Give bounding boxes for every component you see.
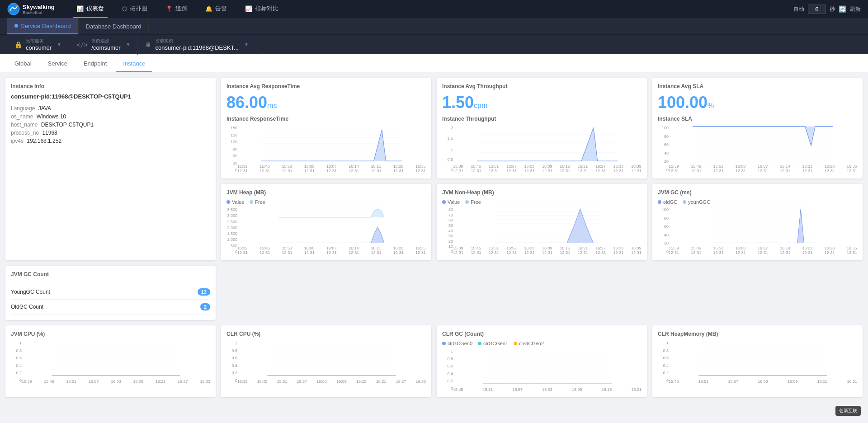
avg-sla-title: Instance Avg SLA xyxy=(658,83,857,89)
clr-heap-svg xyxy=(669,341,857,377)
nav-topology[interactable]: ⬡ 拓扑图 xyxy=(118,0,151,18)
clr-heap-title: CLR HeapMemory (MB) xyxy=(658,331,857,337)
avg-throughput-card: Instance Avg Throughput 1.50cpm Instance… xyxy=(437,78,647,179)
jvm-gc-count-title: JVM GC Count xyxy=(11,271,210,277)
jvm-gc-ms-chart: 100 80 60 40 20 0 15: xyxy=(658,207,857,255)
throughput-chart: 2 1.5 1 0.5 0 15:3912-31 15:4512-31 xyxy=(442,126,642,173)
young-gc-count-row: YoungGC Count 13 xyxy=(11,285,210,300)
avg-throughput-value: 1.50 xyxy=(442,93,474,112)
tab-database-dashboard[interactable]: Database Dashboard xyxy=(79,18,149,34)
clr-gc-x-labels: 15:45 15:51 15:57 16:03 16:09 16:15 16:2… xyxy=(453,387,642,392)
instance-chevron-icon: ▼ xyxy=(244,42,249,47)
throughput-svg xyxy=(453,126,642,162)
clrgen1-dot xyxy=(478,342,481,345)
younggc-legend: younGGC xyxy=(683,199,710,205)
info-language: Language JAVA xyxy=(11,105,210,112)
auto-label: 自动 xyxy=(793,5,804,13)
tab-instance[interactable]: Instance xyxy=(116,56,152,72)
heap-free-dot xyxy=(250,200,253,204)
tab-global[interactable]: Global xyxy=(7,56,39,72)
avg-sla-card: Instance Avg SLA 100.00% Instance SLA 10… xyxy=(652,78,863,179)
clr-cpu-title: CLR CPU (%) xyxy=(226,331,426,337)
clr-cpu-svg xyxy=(237,341,426,377)
instance-info-card: Instance Info consumer-pid:11968@DESKTOP… xyxy=(5,78,216,260)
nav-dashboard[interactable]: 📊 仪表盘 xyxy=(73,0,108,18)
clr-heap-y-labels: 1 0.8 0.6 0.4 0.2 0 xyxy=(658,341,669,384)
refresh-label[interactable]: 刷新 xyxy=(850,5,861,13)
tab-endpoint[interactable]: Endpoint xyxy=(76,56,114,72)
watermark: 创新互联 xyxy=(835,406,861,416)
endpoint-label: 当前端点 xyxy=(91,38,120,44)
nav-right-controls: 自动 6 秒 🔄 刷新 xyxy=(793,5,861,14)
avg-throughput-unit: cpm xyxy=(474,102,487,109)
heap-free-legend: Free xyxy=(250,199,265,205)
info-process-no: process_no 11968 xyxy=(11,130,210,136)
clr-gc-y-labels: 1 0.8 0.6 0.4 0.2 0 xyxy=(442,349,453,392)
response-chart: 180 150 120 90 60 30 0 xyxy=(226,126,426,173)
sla-chart: 100 80 60 40 20 0 15: xyxy=(658,126,857,173)
non-heap-x-labels: 15:3912-31 15:4512-31 15:5112-31 15:5712… xyxy=(453,246,642,255)
app-name: Skywalking xyxy=(23,4,55,10)
avg-sla-unit: % xyxy=(708,102,714,109)
cpu-svg xyxy=(22,341,210,377)
non-heap-svg xyxy=(453,207,642,244)
top-navigation: Skywalking Rocketbot 📊 仪表盘 ⬡ 拓扑图 📍 追踪 🔔 … xyxy=(0,0,868,18)
gc-ms-y-labels: 100 80 60 40 20 0 xyxy=(658,207,669,255)
tab-service-dashboard[interactable]: Service Dashboard xyxy=(7,18,79,34)
selector-bar: 🔒 当前服务 consumer ▼ </> 当前端点 /comsumer ▼ 🖥… xyxy=(0,34,868,54)
page-tab-bar: Global Service Endpoint Instance xyxy=(0,54,868,72)
nav-alert[interactable]: 🔔 告警 xyxy=(202,0,231,18)
younggc-dot xyxy=(683,200,686,204)
jvm-gc-ms-card: JVM GC (ms) oldGC younGGC 100 80 60 40 2… xyxy=(652,184,863,260)
jvm-non-heap-title: JVM Non-Heap (MB) xyxy=(442,189,642,196)
endpoint-selector[interactable]: </> 当前端点 /comsumer ▼ xyxy=(69,35,138,55)
non-heap-value-dot xyxy=(442,200,446,204)
info-ipv4s: ipv4s 192.168.1.252 xyxy=(11,138,210,144)
clr-gc-svg xyxy=(453,349,642,385)
gc-ms-chart-inner: 15:3912-31 15:4612-31 15:5312-31 16:0012… xyxy=(669,207,857,255)
clrgen2-dot xyxy=(514,342,517,345)
service-dash-dot xyxy=(14,24,18,28)
clr-cpu-chart: 1 0.8 0.6 0.4 0.2 0 15:39 xyxy=(226,341,426,384)
service-label: 当前服务 xyxy=(26,38,52,44)
instance-info-title: Instance Info xyxy=(11,83,210,89)
clr-gc-legend: clrGCGen0 clrGCGen1 clrGCGen2 xyxy=(442,341,642,346)
avg-response-value: 86.00 xyxy=(226,93,267,112)
seconds-input[interactable]: 6 xyxy=(808,5,826,14)
avg-sla-value: 100.00 xyxy=(658,93,708,112)
clr-cpu-y-labels: 1 0.8 0.6 0.4 0.2 0 xyxy=(226,341,237,384)
young-gc-label: YoungGC Count xyxy=(11,289,50,295)
non-heap-chart-inner: 15:3912-31 15:4512-31 15:5112-31 15:5712… xyxy=(453,207,642,255)
metrics-icon: 📈 xyxy=(245,5,252,12)
jvm-gc-ms-legend: oldGC younGGC xyxy=(658,199,857,205)
old-gc-count-row: OldGC Count 2 xyxy=(11,300,210,315)
trace-icon: 📍 xyxy=(165,5,173,12)
jvm-cpu-chart: 1 0.8 0.6 0.4 0.2 0 15:39 xyxy=(11,341,210,384)
instance-icon: 🖥 xyxy=(145,41,151,48)
response-svg xyxy=(237,126,426,162)
service-value: consumer xyxy=(26,44,52,51)
refresh-icon: 🔄 xyxy=(839,5,846,13)
nav-metrics[interactable]: 📈 指标对比 xyxy=(241,0,282,18)
endpoint-chevron-icon: ▼ xyxy=(126,42,131,47)
heap-value-legend: Value xyxy=(226,199,244,205)
instance-name: consumer-pid:11968@DESKTOP-C5TQUP1 xyxy=(11,93,210,100)
tab-service[interactable]: Service xyxy=(41,56,75,72)
gc-ms-svg xyxy=(669,207,857,244)
instance-selector[interactable]: 🖥 当前实例 consumer-pid:11968@DESKT... ▼ xyxy=(138,35,256,55)
oldgc-dot xyxy=(658,200,661,204)
throughput-y-labels: 2 1.5 1 0.5 0 xyxy=(442,126,453,173)
clrgen2-legend: clrGCGen2 xyxy=(514,341,544,346)
oldgc-legend: oldGC xyxy=(658,199,677,205)
response-chart-title: Instance ResponseTime xyxy=(226,116,426,122)
app-logo: Skywalking Rocketbot xyxy=(7,3,55,15)
dashboard-icon: 📊 xyxy=(76,5,84,12)
clr-heap-chart: 1 0.8 0.6 0.4 0.2 0 15:45 xyxy=(658,341,857,384)
service-selector[interactable]: 🔒 当前服务 consumer ▼ xyxy=(7,35,69,55)
nav-trace[interactable]: 📍 追踪 xyxy=(162,0,191,18)
heap-x-labels: 15:3912-31 15:4612-31 15:5312-31 16:0012… xyxy=(237,246,426,255)
avg-response-unit: ms xyxy=(267,102,277,109)
heap-y-labels: 3,500 3,000 2,500 2,000 1,500 1,000 500 … xyxy=(226,207,237,255)
clr-gc-chart: 1 0.8 0.6 0.4 0.2 0 xyxy=(442,349,642,392)
bottom-row: JVM CPU (%) 1 0.8 0.6 0.4 0.2 0 xyxy=(0,325,868,403)
